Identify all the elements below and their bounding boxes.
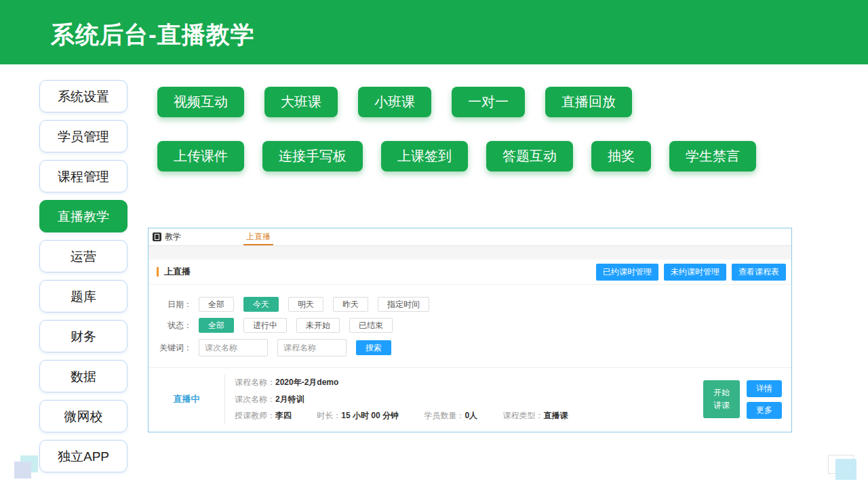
sidebar-item-student-management[interactable]: 学员管理 <box>39 120 127 152</box>
course-name-value: 2020年-2月demo <box>275 378 338 387</box>
teaching-app-label: 教学 <box>165 231 181 243</box>
course-name-line: 课程名称：2020年-2月demo <box>235 377 703 388</box>
feature-lottery-button[interactable]: 抽奖 <box>591 141 651 171</box>
filter-area: 日期： 全部 今天 明天 昨天 指定时间 状态： 全部 进行中 未开始 已结束 … <box>149 285 791 367</box>
status-filter-ongoing[interactable]: 进行中 <box>243 318 287 333</box>
feature-mute-students-button[interactable]: 学生禁言 <box>669 141 756 171</box>
lesson-meta-line: 授课教师：李四 时长：15 小时 00 分钟 学员数量：0人 课程类型：直播课 <box>235 410 703 422</box>
feature-small-class-button[interactable]: 小班课 <box>358 87 431 117</box>
date-filter-label: 日期： <box>149 299 192 310</box>
feature-button-grid: 视频互动 大班课 小班课 一对一 直播回放 上传课件 连接手写板 上课签到 答题… <box>157 87 756 195</box>
mini-action-column: 详情 更多 <box>747 380 782 419</box>
page-title: 系统后台-直播教学 <box>0 0 868 46</box>
sidebar-item-system-settings[interactable]: 系统设置 <box>39 80 127 113</box>
sidebar-item-operations[interactable]: 运营 <box>39 240 127 272</box>
keyword-filter-label: 关键词： <box>149 342 192 354</box>
feature-live-replay-button[interactable]: 直播回放 <box>545 87 632 117</box>
course-name-label: 课程名称： <box>235 378 275 387</box>
feature-writing-tablet-button[interactable]: 连接手写板 <box>262 141 363 171</box>
keyword-filter-row: 关键词： 搜索 <box>149 339 791 357</box>
page: 系统后台-直播教学 系统设置 学员管理 课程管理 直播教学 运营 题库 财务 数… <box>0 0 868 488</box>
status-filter-all[interactable]: 全部 <box>199 318 234 333</box>
date-filter-yesterday[interactable]: 昨天 <box>333 297 368 312</box>
booked-lessons-button[interactable]: 已约课时管理 <box>596 264 658 281</box>
teacher-value: 李四 <box>275 411 292 420</box>
sidebar-item-finance[interactable]: 财务 <box>39 320 127 352</box>
date-filter-today[interactable]: 今天 <box>243 297 279 312</box>
feature-video-interaction-button[interactable]: 视频互动 <box>157 87 244 117</box>
tab-go-live[interactable]: 上直播 <box>241 228 276 245</box>
lesson-name-line: 课次名称：2月特训 <box>235 394 703 405</box>
section-title: 上直播 <box>164 266 191 278</box>
panel-tab-bar: 教学 上直播 <box>149 228 791 246</box>
date-filter-custom[interactable]: 指定时间 <box>378 297 429 312</box>
status-filter-finished[interactable]: 已结束 <box>349 318 393 333</box>
course-type-value: 直播课 <box>543 411 568 420</box>
sidebar-item-live-teaching[interactable]: 直播教学 <box>39 200 127 232</box>
live-status-badge: 直播中 <box>149 368 224 430</box>
lesson-name-label: 课次名称： <box>235 394 275 404</box>
status-filter-row: 状态： 全部 进行中 未开始 已结束 <box>149 318 791 333</box>
live-lesson-row: 直播中 课程名称：2020年-2月demo 课次名称：2月特训 授课教师：李四 … <box>149 367 791 430</box>
feature-quiz-interaction-button[interactable]: 答题互动 <box>486 141 573 171</box>
feature-large-class-button[interactable]: 大班课 <box>264 87 338 117</box>
lesson-name-value: 2月特训 <box>275 394 304 404</box>
lesson-name-input[interactable] <box>199 339 268 357</box>
search-button[interactable]: 搜索 <box>356 340 391 355</box>
sidebar-item-standalone-app[interactable]: 独立APP <box>39 440 127 472</box>
feature-one-on-one-button[interactable]: 一对一 <box>452 87 525 117</box>
feature-row-2: 上传课件 连接手写板 上课签到 答题互动 抽奖 学生禁言 <box>157 141 756 171</box>
status-filter-not-started[interactable]: 未开始 <box>296 318 340 333</box>
teaching-app-icon <box>153 232 161 241</box>
lesson-actions: 开始讲课 详情 更多 <box>703 368 791 430</box>
date-filter-all[interactable]: 全部 <box>199 297 234 312</box>
panel-spacer-band <box>149 246 791 260</box>
decorative-square-cyan-right <box>835 459 856 480</box>
section-header: 上直播 已约课时管理 未约课时管理 查看课程表 <box>149 260 791 284</box>
more-button[interactable]: 更多 <box>747 402 782 419</box>
detail-button[interactable]: 详情 <box>747 380 782 397</box>
duration-label: 时长： <box>317 411 341 420</box>
lesson-details: 课程名称：2020年-2月demo 课次名称：2月特训 授课教师：李四 时长：1… <box>225 368 703 430</box>
feature-class-checkin-button[interactable]: 上课签到 <box>381 141 468 171</box>
feature-row-1: 视频互动 大班课 小班课 一对一 直播回放 <box>157 87 756 117</box>
feature-upload-courseware-button[interactable]: 上传课件 <box>157 141 244 171</box>
students-value: 0人 <box>465 411 477 420</box>
teacher-label: 授课教师： <box>235 411 275 420</box>
decorative-square-lavender-left <box>14 462 31 479</box>
page-header: 系统后台-直播教学 <box>0 0 868 64</box>
section-header-buttons: 已约课时管理 未约课时管理 查看课程表 <box>596 264 786 281</box>
sidebar-item-course-management[interactable]: 课程管理 <box>39 160 127 192</box>
date-filter-tomorrow[interactable]: 明天 <box>288 297 323 312</box>
date-filter-row: 日期： 全部 今天 明天 昨天 指定时间 <box>149 297 791 312</box>
course-name-input[interactable] <box>277 339 347 357</box>
view-timetable-button[interactable]: 查看课程表 <box>732 264 786 281</box>
sidebar-item-micro-school[interactable]: 微网校 <box>39 400 127 432</box>
students-label: 学员数量： <box>424 411 465 420</box>
sidebar-item-data[interactable]: 数据 <box>39 360 127 392</box>
status-filter-label: 状态： <box>149 320 192 331</box>
live-admin-panel: 教学 上直播 上直播 已约课时管理 未约课时管理 查看课程表 日期： 全部 今天… <box>148 228 792 432</box>
orange-accent-bar <box>157 267 159 277</box>
course-type-label: 课程类型： <box>502 411 543 420</box>
sidebar: 系统设置 学员管理 课程管理 直播教学 运营 题库 财务 数据 微网校 独立AP… <box>39 80 127 480</box>
start-teaching-button[interactable]: 开始讲课 <box>703 380 740 418</box>
duration-value: 15 小时 00 分钟 <box>341 411 399 420</box>
sidebar-item-question-bank[interactable]: 题库 <box>39 280 127 312</box>
unbooked-lessons-button[interactable]: 未约课时管理 <box>664 264 726 281</box>
